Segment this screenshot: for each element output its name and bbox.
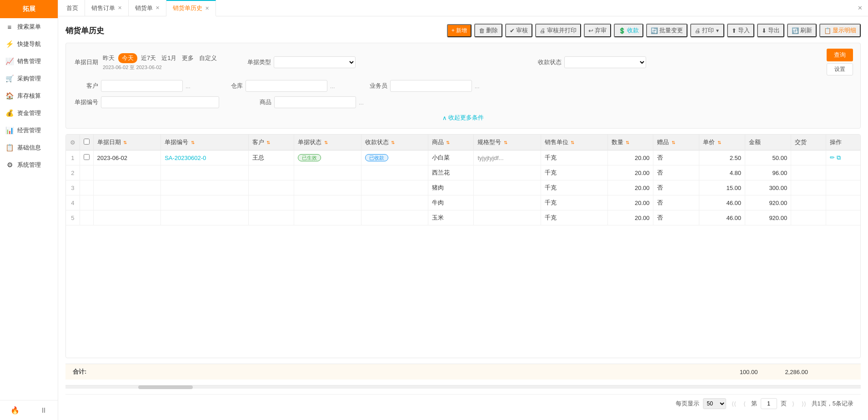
cell-spec xyxy=(474,165,541,180)
shortcut-today[interactable]: 今天 xyxy=(118,53,137,63)
salesperson-label: 业务员 xyxy=(362,82,387,90)
product-input[interactable] xyxy=(274,96,356,108)
purchase-mgmt-icon: 🛒 xyxy=(5,75,14,83)
warehouse-label: 仓库 xyxy=(218,82,243,90)
sort-unit-icon[interactable]: ⇅ xyxy=(571,140,574,145)
export-button[interactable]: ⬇ 导出 xyxy=(757,24,784,37)
table-settings-icon[interactable]: ⚙ xyxy=(66,135,80,150)
refresh-button[interactable]: 🔃 刷新 xyxy=(787,24,817,37)
prev-page-btn[interactable]: ⟨ xyxy=(742,400,748,408)
setting-button[interactable]: 设置 xyxy=(827,63,853,75)
sidebar-item-finance[interactable]: 💰 资金管理 xyxy=(0,105,58,122)
sidebar-item-basic-info[interactable]: 📋 基础信息 xyxy=(0,139,58,156)
cell-unit-price: 15.00 xyxy=(699,180,745,195)
sidebar-item-sales-mgmt[interactable]: 📈 销售管理 xyxy=(0,53,58,70)
sidebar-item-label: 经营管理 xyxy=(17,126,41,135)
doc-no-link[interactable]: SA-20230602-0 xyxy=(165,155,206,161)
sort-spec-icon[interactable]: ⇅ xyxy=(504,140,507,145)
product-ellipsis[interactable]: ... xyxy=(359,99,364,106)
sort-date-icon[interactable]: ⇅ xyxy=(123,140,127,145)
query-button[interactable]: 查询 xyxy=(827,49,853,61)
page-size-select[interactable]: 50 10 20 100 xyxy=(703,398,726,409)
page-input[interactable] xyxy=(761,398,777,409)
tab-home[interactable]: 首页 xyxy=(60,0,85,16)
tab-close-all-btn[interactable]: ✕ xyxy=(852,5,868,11)
tab-sales-order[interactable]: 销售订单 ✕ xyxy=(85,0,129,16)
abandon-button[interactable]: ↩ 弃审 xyxy=(584,24,611,37)
cell-transaction xyxy=(791,165,826,180)
sidebar-item-search-menu[interactable]: ≡ 搜索菜单 xyxy=(0,18,58,35)
shortcut-more[interactable]: 更多 xyxy=(180,53,196,63)
tab-sales-delivery[interactable]: 销货单 ✕ xyxy=(129,0,166,16)
sidebar-bottom: 🔥 ⏸ xyxy=(0,400,58,420)
tab-sales-delivery-history-close[interactable]: ✕ xyxy=(205,5,209,11)
sort-gift-icon[interactable]: ⇅ xyxy=(672,140,675,145)
customer-input[interactable] xyxy=(101,80,183,92)
filter-row-3: 单据编号 商品 ... xyxy=(73,96,853,108)
print-icon: 🖨 xyxy=(695,27,701,34)
last-page-btn[interactable]: ⟩⟩ xyxy=(800,400,808,408)
new-button[interactable]: + 新增 xyxy=(447,24,472,37)
salesperson-ellipsis[interactable]: ... xyxy=(475,83,480,90)
sort-product-icon[interactable]: ⇅ xyxy=(446,140,450,145)
shortcut-1month[interactable]: 近1月 xyxy=(160,53,178,63)
payment-status-select[interactable] xyxy=(564,56,646,68)
first-page-btn[interactable]: ⟨⟨ xyxy=(730,400,738,408)
sort-doc-status-icon[interactable]: ⇅ xyxy=(324,140,328,145)
cell-action xyxy=(826,195,860,210)
customer-ellipsis[interactable]: ... xyxy=(186,83,191,90)
sort-unit-price-icon[interactable]: ⇅ xyxy=(717,140,721,145)
col-date: 单据日期 ⇅ xyxy=(93,135,161,150)
warehouse-ellipsis[interactable]: ... xyxy=(330,83,335,90)
select-all-checkbox[interactable] xyxy=(84,139,90,145)
tab-sales-delivery-close[interactable]: ✕ xyxy=(156,5,160,11)
show-detail-button[interactable]: 📋 显示明细 xyxy=(819,24,861,37)
refresh-icon: 🔃 xyxy=(792,27,799,34)
scrollbar-thumb[interactable] xyxy=(138,385,193,389)
sidebar-item-sys-mgmt[interactable]: ⚙ 系统管理 xyxy=(0,156,58,174)
edit-row-btn[interactable]: ✏ xyxy=(830,154,835,161)
summary-values: 100.00 2,286.00 xyxy=(740,369,853,375)
shortcut-custom[interactable]: 自定义 xyxy=(197,53,219,63)
row-checkbox[interactable] xyxy=(84,154,90,160)
col-transaction: 交货 xyxy=(791,135,826,150)
print-button[interactable]: 🖨 打印 ▼ xyxy=(690,24,724,37)
cell-unit-price: 2.50 xyxy=(699,150,745,165)
sidebar-item-label: 销售管理 xyxy=(17,57,41,65)
delete-button[interactable]: 🗑 删除 xyxy=(474,24,502,37)
batch-change-button[interactable]: 🔄 批量变更 xyxy=(646,24,687,37)
cell-date: 2023-06-02 xyxy=(93,150,161,165)
tab-sales-order-label: 销售订单 xyxy=(91,4,115,12)
horizontal-scrollbar[interactable] xyxy=(65,385,861,389)
audit-button[interactable]: ✔ 审核 xyxy=(505,24,532,37)
shortcut-yesterday[interactable]: 昨天 xyxy=(101,53,116,63)
sort-customer-icon[interactable]: ⇅ xyxy=(266,140,270,145)
sort-quantity-icon[interactable]: ⇅ xyxy=(626,140,629,145)
cell-amount: 96.00 xyxy=(745,165,791,180)
tab-sales-order-close[interactable]: ✕ xyxy=(118,5,122,11)
doc-type-select[interactable] xyxy=(274,56,356,68)
shortcut-7days[interactable]: 近7天 xyxy=(139,53,158,63)
sidebar-item-purchase-mgmt[interactable]: 🛒 采购管理 xyxy=(0,70,58,87)
doc-no-input[interactable] xyxy=(101,96,219,108)
sort-doc-no-icon[interactable]: ⇅ xyxy=(191,140,195,145)
date-filter-label: 单据日期 xyxy=(73,58,98,66)
cell-checkbox xyxy=(80,165,93,180)
sort-payment-status-icon[interactable]: ⇅ xyxy=(391,140,395,145)
copy-row-btn[interactable]: ⧉ xyxy=(837,154,841,161)
tab-sales-delivery-history[interactable]: 销货单历史 ✕ xyxy=(166,0,216,16)
import-button[interactable]: ⬆ 导入 xyxy=(727,24,754,37)
collect-button[interactable]: 💲 收款 xyxy=(614,24,643,37)
table-header-row: ⚙ 单据日期 ⇅ 单据编号 ⇅ 客户 xyxy=(66,135,860,150)
sidebar-collapse-btn[interactable]: ⏸ xyxy=(38,405,49,416)
sidebar-settings-btn[interactable]: 🔥 xyxy=(9,404,21,416)
sidebar-item-inventory[interactable]: 🏠 库存核算 xyxy=(0,87,58,105)
warehouse-input[interactable] xyxy=(246,80,327,92)
collapse-filter-btn[interactable]: ∧ 收起更多条件 xyxy=(73,113,853,123)
next-page-btn[interactable]: ⟩ xyxy=(790,400,796,408)
sidebar-item-quick-nav[interactable]: ⚡ 快捷导航 xyxy=(0,35,58,53)
salesperson-input[interactable] xyxy=(390,80,472,92)
audit-print-button[interactable]: 🖨 审核并打印 xyxy=(535,24,581,37)
cell-spec xyxy=(474,195,541,210)
sidebar-item-operations[interactable]: 📊 经营管理 xyxy=(0,122,58,139)
